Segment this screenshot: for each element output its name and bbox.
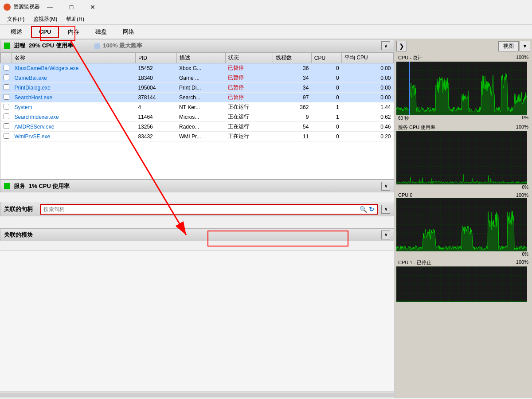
menu-monitor[interactable]: 监视器(M) — [30, 15, 61, 24]
chart-cpu-total-footer: 60 秒 0% — [396, 115, 530, 122]
row-checkbox[interactable] — [1, 102, 12, 112]
services-title: 服务 — [14, 182, 25, 190]
row-pid: 18340 — [135, 73, 176, 83]
col-pid[interactable]: PID — [135, 53, 176, 63]
row-status: 已暂停 — [225, 83, 273, 93]
row-pid: 11464 — [135, 112, 176, 122]
view-controls: 视图 ▾ — [498, 41, 530, 51]
col-desc[interactable]: 描述 — [176, 53, 225, 63]
menu-help[interactable]: 帮助(H) — [63, 15, 88, 24]
row-desc: Xbox G... — [176, 63, 225, 73]
row-pid: 195004 — [135, 83, 176, 93]
modules-section-header[interactable]: 关联的模块 ∨ — [0, 228, 394, 241]
maximize-button[interactable]: □ — [61, 2, 82, 12]
process-section-header[interactable]: 进程 29% CPU 使用率 100% 最大频率 ∧ — [0, 39, 394, 52]
handles-title: 关联的句柄 — [4, 205, 33, 213]
services-cpu-usage: 1% CPU 使用率 — [29, 182, 70, 190]
row-pid: 83432 — [135, 132, 176, 141]
chart-cpu-total-right: 0% — [522, 115, 528, 121]
horizontal-scrollbar[interactable] — [0, 391, 394, 398]
handles-collapse-btn[interactable]: ∨ — [381, 205, 390, 214]
row-checkbox[interactable] — [1, 132, 12, 141]
search-icon[interactable]: 🔍 — [360, 206, 367, 213]
tab-overview[interactable]: 概述 — [4, 26, 29, 38]
chart-cpu-total-header: CPU - 总计 100% — [396, 54, 530, 62]
table-row[interactable]: PrintDialog.exe 195004 Print Di... 已暂停 3… — [1, 83, 394, 93]
row-avg-cpu: 1.44 — [342, 102, 394, 112]
handles-section-header[interactable]: 关联的句柄 🔍 ↻ ∨ — [0, 202, 394, 216]
view-dropdown-btn[interactable]: ▾ — [520, 41, 530, 51]
right-top-bar: ❯ 视图 ▾ — [396, 41, 530, 51]
chart-cpu1-canvas — [396, 266, 527, 302]
row-checkbox[interactable] — [1, 63, 12, 73]
table-row[interactable]: WmiPrvSE.exe 83432 WMI Pr... 正在运行 11 0 0… — [1, 132, 394, 141]
row-checkbox[interactable] — [1, 73, 12, 83]
row-name: WmiPrvSE.exe — [12, 132, 136, 141]
table-row[interactable]: AMDRSServ.exe 13256 Radeo... 正在运行 54 0 0… — [1, 122, 394, 132]
col-avg-cpu[interactable]: 平均 CPU — [342, 53, 394, 63]
chart-cpu-total-max: 100% — [516, 55, 528, 61]
row-pid: 15452 — [135, 63, 176, 73]
chart-cpu0-footer: 0% — [396, 251, 530, 257]
chart-services-footer: 0% — [396, 184, 530, 190]
table-row[interactable]: XboxGameBarWidgets.exe 15452 Xbox G... 已… — [1, 63, 394, 73]
row-status: 正在运行 — [225, 132, 273, 141]
row-cpu: 0 — [311, 132, 341, 141]
view-label-btn[interactable]: 视图 — [498, 41, 519, 51]
handles-search-input[interactable] — [43, 206, 358, 212]
row-threads: 11 — [273, 132, 311, 141]
row-desc: Print Di... — [176, 83, 225, 93]
expand-button[interactable]: ❯ — [396, 41, 407, 51]
menu-bar: 文件(F) 监视器(M) 帮助(H) — [0, 14, 532, 25]
tab-cpu[interactable]: CPU — [31, 26, 59, 38]
row-status: 正在运行 — [225, 112, 273, 122]
row-checkbox[interactable] — [1, 83, 12, 93]
process-title: 进程 — [14, 42, 25, 50]
handles-search-box[interactable]: 🔍 ↻ — [40, 204, 378, 215]
row-desc: WMI Pr... — [176, 132, 225, 141]
table-row[interactable]: System 4 NT Ker... 正在运行 362 1 1.44 — [1, 102, 394, 112]
table-row[interactable]: SearchHost.exe 378144 Search... 已暂停 97 0… — [1, 93, 394, 102]
process-table-container[interactable]: 名称 PID 描述 状态 线程数 CPU 平均 CPU XboxGameB — [0, 52, 394, 180]
chart-cpu0-title: CPU 0 — [398, 192, 412, 198]
row-pid: 378144 — [135, 93, 176, 102]
col-name[interactable]: 名称 — [12, 53, 136, 63]
col-status[interactable]: 状态 — [225, 53, 273, 63]
modules-collapse-btn[interactable]: ∨ — [381, 231, 390, 239]
row-avg-cpu: 0.62 — [342, 112, 394, 122]
chart-cpu0-max: 100% — [516, 192, 528, 198]
chart-cpu0: CPU 0 100% 0% — [396, 192, 530, 257]
table-row[interactable]: GameBar.exe 18340 Game ... 已暂停 34 0 0.00 — [1, 73, 394, 83]
col-threads[interactable]: 线程数 — [273, 53, 311, 63]
menu-file[interactable]: 文件(F) — [4, 15, 28, 24]
window-controls: — □ ✕ — [40, 2, 103, 12]
row-name: PrintDialog.exe — [12, 83, 136, 93]
tab-memory[interactable]: 内存 — [61, 26, 86, 38]
services-section-header[interactable]: 服务 1% CPU 使用率 ∨ — [0, 180, 394, 192]
close-button[interactable]: ✕ — [82, 2, 103, 12]
tab-network[interactable]: 网络 — [116, 26, 141, 38]
row-avg-cpu: 0.00 — [342, 73, 394, 83]
process-table: 名称 PID 描述 状态 线程数 CPU 平均 CPU XboxGameB — [0, 52, 394, 141]
process-collapse-btn[interactable]: ∧ — [381, 41, 390, 50]
minimize-button[interactable]: — — [40, 2, 60, 12]
row-threads: 362 — [273, 102, 311, 112]
row-desc: Game ... — [176, 73, 225, 83]
row-pid: 4 — [135, 102, 176, 112]
refresh-icon[interactable]: ↻ — [369, 206, 374, 213]
row-checkbox[interactable] — [1, 93, 12, 102]
row-threads: 9 — [273, 112, 311, 122]
row-avg-cpu: 0.00 — [342, 93, 394, 102]
chart-cpu-total-left: 60 秒 — [398, 115, 409, 121]
row-checkbox[interactable] — [1, 122, 12, 132]
col-checkbox — [1, 53, 12, 63]
table-row[interactable]: SearchIndexer.exe 11464 Micros... 正在运行 9… — [1, 112, 394, 122]
col-cpu[interactable]: CPU — [311, 53, 341, 63]
modules-section: 关联的模块 ∨ — [0, 228, 394, 250]
row-checkbox[interactable] — [1, 112, 12, 122]
row-name: AMDRSServ.exe — [12, 122, 136, 132]
chart-services-cpu: 服务 CPU 使用率 100% 0% — [396, 124, 530, 190]
services-collapse-btn[interactable]: ∨ — [381, 182, 390, 191]
chart-cpu1-max: 100% — [516, 259, 528, 266]
tab-disk[interactable]: 磁盘 — [88, 26, 114, 38]
